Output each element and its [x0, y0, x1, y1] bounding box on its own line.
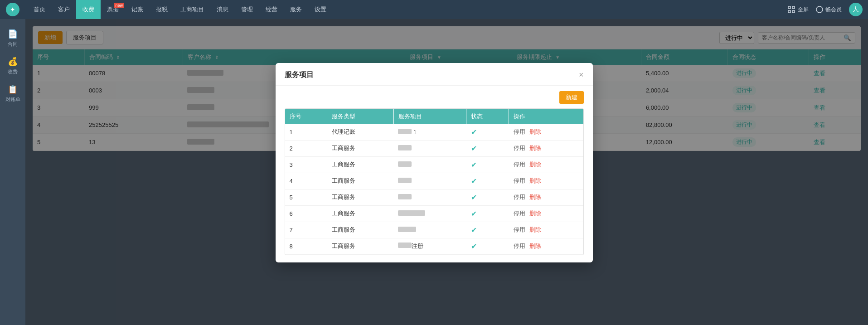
modal-col-item: 服务项目	[393, 109, 466, 124]
sidebar-item-fee[interactable]: 💰 收费	[0, 52, 25, 80]
modal-cell-action[interactable]: 停用 删除	[509, 124, 583, 141]
nav-right: 全屏 畅会员 人	[788, 3, 863, 16]
nav-client[interactable]: 客户	[52, 0, 76, 19]
modal-cell-type: 工商服务	[327, 173, 393, 189]
modal-cell-type: 工商服务	[327, 205, 393, 222]
modal-col-seq: 序号	[285, 109, 327, 124]
modal-cell-action[interactable]: 停用 删除	[509, 156, 583, 173]
modal-cell-item: 注册	[393, 238, 466, 254]
svg-text:✦: ✦	[10, 6, 15, 13]
nav-fee[interactable]: 收费	[76, 0, 101, 19]
modal-cell-action[interactable]: 停用 删除	[509, 238, 583, 254]
modal-header: 服务项目 ×	[276, 63, 593, 86]
modal-table-row: 3 工商服务 ✔ 停用 删除	[285, 156, 583, 173]
sidebar-label-contract: 合同	[8, 41, 18, 48]
modal-cell-type: 工商服务	[327, 156, 393, 173]
modal-cell-action[interactable]: 停用 删除	[509, 222, 583, 238]
modal-table-row: 5 工商服务 ✔ 停用 删除	[285, 189, 583, 205]
delete-button[interactable]: 删除	[529, 177, 541, 184]
nav-bookkeeping[interactable]: 记账	[125, 0, 150, 19]
modal-table-row: 7 工商服务 ✔ 停用 删除	[285, 222, 583, 238]
svg-point-6	[816, 6, 823, 13]
sidebar-item-statement[interactable]: 📋 对账单	[0, 80, 25, 107]
modal-cell-type: 工商服务	[327, 238, 393, 254]
delete-button[interactable]: 删除	[529, 194, 541, 200]
status-check-icon: ✔	[471, 243, 477, 250]
nav-message[interactable]: 消息	[210, 0, 235, 19]
fee-icon: 💰	[8, 57, 18, 67]
modal-cell-seq: 2	[285, 140, 327, 156]
contract-icon: 📄	[8, 29, 18, 39]
modal-cell-type: 工商服务	[327, 222, 393, 238]
modal-cell-seq: 8	[285, 238, 327, 254]
modal-cell-type: 工商服务	[327, 189, 393, 205]
stop-button[interactable]: 停用	[514, 243, 525, 249]
svg-rect-3	[792, 6, 795, 9]
logo[interactable]: ✦	[5, 2, 20, 17]
modal-cell-seq: 5	[285, 189, 327, 205]
modal-cell-type: 工商服务	[327, 140, 393, 156]
stop-button[interactable]: 停用	[514, 177, 525, 184]
sidebar-label-statement: 对账单	[5, 96, 20, 103]
modal-toolbar: 新建	[285, 91, 584, 104]
nav-manage[interactable]: 管理	[235, 0, 259, 19]
stop-button[interactable]: 停用	[514, 161, 525, 168]
delete-button[interactable]: 删除	[529, 145, 541, 151]
modal-cell-type: 代理记账	[327, 124, 393, 141]
modal-table-row: 8 工商服务 注册 ✔ 停用 删除	[285, 238, 583, 254]
modal-cell-seq: 1	[285, 124, 327, 141]
status-check-icon: ✔	[471, 128, 477, 136]
delete-button[interactable]: 删除	[529, 128, 541, 135]
stop-button[interactable]: 停用	[514, 210, 525, 217]
modal-close-button[interactable]: ×	[579, 70, 584, 80]
modal-cell-status: ✔	[466, 189, 509, 205]
nav-biz[interactable]: 工商项目	[174, 0, 210, 19]
modal-cell-status: ✔	[466, 238, 509, 254]
stop-button[interactable]: 停用	[514, 226, 525, 233]
nav-service[interactable]: 服务	[284, 0, 308, 19]
stop-button[interactable]: 停用	[514, 128, 525, 135]
nav-home[interactable]: 首页	[27, 0, 52, 19]
nav-bill[interactable]: 票据 new	[101, 0, 125, 19]
sidebar-item-contract[interactable]: 📄 合同	[0, 24, 25, 52]
modal-cell-action[interactable]: 停用 删除	[509, 205, 583, 222]
delete-button[interactable]: 删除	[529, 226, 541, 233]
modal-cell-item	[393, 173, 466, 189]
modal-cell-seq: 7	[285, 222, 327, 238]
modal-cell-status: ✔	[466, 140, 509, 156]
statement-icon: 📋	[8, 84, 18, 94]
status-check-icon: ✔	[471, 226, 477, 234]
service-modal: 服务项目 × 新建 序号 服务类型 服务项目 状态 操作 1 代理记账 1	[276, 63, 593, 262]
modal-col-status: 状态	[466, 109, 509, 124]
modal-cell-status: ✔	[466, 173, 509, 189]
modal-cell-status: ✔	[466, 205, 509, 222]
fullscreen-label: 全屏	[798, 6, 809, 13]
nav-tax[interactable]: 报税	[150, 0, 174, 19]
modal-cell-action[interactable]: 停用 删除	[509, 173, 583, 189]
modal-table-row: 4 工商服务 ✔ 停用 删除	[285, 173, 583, 189]
member-btn[interactable]: 畅会员	[816, 6, 842, 14]
modal-cell-action[interactable]: 停用 删除	[509, 189, 583, 205]
modal-cell-seq: 4	[285, 173, 327, 189]
modal-title: 服务项目	[285, 70, 314, 80]
status-check-icon: ✔	[471, 161, 477, 169]
stop-button[interactable]: 停用	[514, 145, 525, 151]
delete-button[interactable]: 删除	[529, 210, 541, 217]
modal-table-wrap[interactable]: 序号 服务类型 服务项目 状态 操作 1 代理记账 1 ✔ 停用 删除 2 工商…	[285, 108, 584, 255]
modal-table-row: 6 工商服务 ✔ 停用 删除	[285, 205, 583, 222]
modal-cell-action[interactable]: 停用 删除	[509, 140, 583, 156]
modal-cell-status: ✔	[466, 156, 509, 173]
stop-button[interactable]: 停用	[514, 194, 525, 200]
modal-cell-status: ✔	[466, 124, 509, 141]
delete-button[interactable]: 删除	[529, 243, 541, 249]
svg-rect-5	[792, 10, 795, 13]
fullscreen-btn[interactable]: 全屏	[788, 6, 808, 14]
modal-new-button[interactable]: 新建	[559, 91, 584, 104]
delete-button[interactable]: 删除	[529, 161, 541, 168]
nav-settings[interactable]: 设置	[308, 0, 333, 19]
nav-operation[interactable]: 经营	[259, 0, 284, 19]
status-check-icon: ✔	[471, 194, 477, 201]
modal-col-type: 服务类型	[327, 109, 393, 124]
member-label: 畅会员	[825, 6, 842, 13]
avatar[interactable]: 人	[849, 3, 863, 16]
